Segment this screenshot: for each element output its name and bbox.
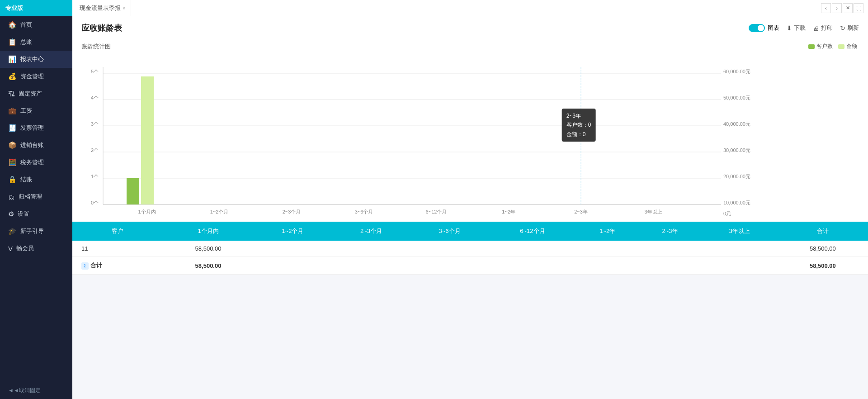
refresh-label: 刷新	[847, 24, 859, 32]
sidebar-label-tax: 税务管理	[20, 158, 44, 166]
table-row: 11 58,500.00 58,500.00	[72, 241, 868, 257]
legend-customer-color	[808, 44, 815, 49]
svg-text:20,000.00元: 20,000.00元	[723, 174, 750, 179]
tab-label-5: 现金流量表季报	[80, 4, 121, 12]
summary-icon: Σ	[81, 262, 89, 270]
svg-text:1~2个月: 1~2个月	[210, 209, 229, 214]
cell-m3-6	[410, 241, 489, 257]
data-table: 客户 1个月内 1~2个月 2~3个月 3~6个月 6~12个月 1~2年 2~…	[72, 222, 868, 275]
legend-amount-color	[838, 44, 844, 49]
tab-close-button[interactable]: ✕	[843, 3, 853, 13]
col-m2-3: 2~3个月	[332, 222, 410, 241]
tab-scroll-right-button[interactable]: ›	[832, 3, 842, 13]
sidebar-label-purchase: 进销台账	[20, 141, 44, 149]
print-button[interactable]: 🖨 打印	[813, 24, 833, 32]
chart-area: 账龄统计图 客户数 金额 5个 4个	[72, 38, 868, 222]
page-header: 应收账龄表 图表 ⬇ 下载 🖨 打印	[72, 16, 868, 38]
chart-legend: 客户数 金额	[808, 43, 857, 50]
cell-y3plus	[701, 241, 778, 257]
sidebar-item-guide[interactable]: 🎓新手引导	[0, 223, 72, 240]
tab-fullscreen-button[interactable]: ⛶	[854, 3, 863, 13]
chart-svg: 5个 4个 3个 2个 1个 0个 60,000.00元 50,000.00元 …	[81, 54, 859, 217]
svg-text:3个: 3个	[91, 121, 99, 127]
bar-m1-customers	[127, 178, 139, 204]
sidebar-item-fund[interactable]: 💰资金管理	[0, 68, 72, 85]
tab-close-5[interactable]: ×	[123, 5, 125, 11]
chart-toggle[interactable]: 图表	[749, 24, 779, 32]
print-icon: 🖨	[813, 24, 819, 32]
sidebar-label-guide: 新手引导	[20, 227, 44, 235]
chart-title: 账龄统计图	[81, 43, 859, 51]
svg-text:10,000.00元: 10,000.00元	[723, 200, 750, 205]
col-m1-2: 1~2个月	[254, 222, 332, 241]
sidebar-label-ledger: 总账	[20, 38, 32, 46]
sidebar-item-invoice[interactable]: 🧾发票管理	[0, 119, 72, 137]
sidebar: 专业版 🏠首页📋总账📊报表中心💰资金管理🏗固定资产💼工资🧾发票管理📦进销台账🧮税…	[0, 0, 72, 399]
refresh-icon: ↻	[840, 24, 845, 32]
toggle-track[interactable]	[749, 24, 765, 32]
svg-text:1个月内: 1个月内	[138, 209, 156, 214]
col-m1: 1个月内	[163, 222, 254, 241]
settings-icon: ⚙	[8, 210, 14, 218]
svg-text:30,000.00元: 30,000.00元	[723, 147, 750, 153]
download-button[interactable]: ⬇ 下载	[787, 24, 806, 32]
sidebar-item-archive[interactable]: 🗂归档管理	[0, 188, 72, 205]
sidebar-item-ledger[interactable]: 📋总账	[0, 33, 72, 51]
svg-text:60,000.00元: 60,000.00元	[723, 69, 750, 74]
summary-m1: 58,500.00	[163, 257, 254, 275]
page-title: 应收账龄表	[81, 23, 122, 33]
home-icon: 🏠	[8, 21, 17, 29]
sidebar-item-asset[interactable]: 🏗固定资产	[0, 85, 72, 102]
col-customer: 客户	[72, 222, 163, 241]
svg-text:2个: 2个	[91, 147, 99, 153]
asset-icon: 🏗	[8, 90, 15, 98]
invoice-icon: 🧾	[8, 124, 17, 132]
main-content: 首页新增凭证×利润表×利润表季报×现金流量表×现金流量表季报×应收统计表×应付统…	[72, 0, 868, 399]
summary-m6-12	[489, 257, 576, 275]
cell-m6-12	[489, 241, 576, 257]
unpin-sidebar-button[interactable]: ◄◄取消固定	[0, 382, 72, 399]
sidebar-item-closing[interactable]: 🔒结账	[0, 171, 72, 188]
legend-customer-label: 客户数	[816, 43, 833, 50]
vip-icon: V	[8, 245, 13, 252]
ledger-icon: 📋	[8, 38, 17, 46]
print-label: 打印	[821, 24, 833, 32]
download-icon: ⬇	[787, 24, 792, 32]
page-area: 应收账龄表 图表 ⬇ 下载 🖨 打印	[72, 16, 868, 399]
col-total: 合计	[778, 222, 868, 241]
sidebar-item-settings[interactable]: ⚙设置	[0, 205, 72, 223]
cell-m1: 58,500.00	[163, 241, 254, 257]
sidebar-item-tax[interactable]: 🧮税务管理	[0, 154, 72, 171]
tab-scroll-left-button[interactable]: ‹	[821, 3, 831, 13]
sidebar-label-settings: 设置	[18, 210, 29, 218]
guide-icon: 🎓	[8, 227, 17, 235]
summary-total: 58,500.00	[778, 257, 868, 275]
bar-m1-amount	[141, 76, 154, 204]
refresh-button[interactable]: ↻ 刷新	[840, 24, 859, 32]
svg-text:1个: 1个	[91, 174, 99, 179]
tab-5[interactable]: 现金流量表季报×	[74, 0, 131, 16]
tab-bar: 首页新增凭证×利润表×利润表季报×现金流量表×现金流量表季报×应收统计表×应付统…	[72, 0, 868, 16]
cell-m1-2	[254, 241, 332, 257]
app-logo: 专业版	[0, 0, 72, 16]
closing-icon: 🔒	[8, 176, 17, 184]
cell-total: 58,500.00	[778, 241, 868, 257]
sidebar-item-home[interactable]: 🏠首页	[0, 16, 72, 33]
summary-row: Σ合计 58,500.00 58,500.00	[72, 257, 868, 275]
chart-svg-container: 5个 4个 3个 2个 1个 0个 60,000.00元 50,000.00元 …	[81, 54, 859, 217]
report-icon: 📊	[8, 55, 17, 63]
cell-customer: 11	[72, 241, 163, 257]
svg-text:2~3个月: 2~3个月	[283, 209, 301, 214]
sidebar-label-vip: 畅会员	[16, 244, 34, 252]
download-label: 下载	[794, 24, 806, 32]
archive-icon: 🗂	[8, 193, 15, 201]
tax-icon: 🧮	[8, 158, 17, 166]
sidebar-item-salary[interactable]: 💼工资	[0, 102, 72, 119]
sidebar-item-purchase[interactable]: 📦进销台账	[0, 137, 72, 154]
cell-y1-2	[576, 241, 639, 257]
sidebar-item-vip[interactable]: V畅会员	[0, 240, 72, 257]
sidebar-label-archive: 归档管理	[19, 193, 42, 201]
col-y1-2: 1~2年	[576, 222, 639, 241]
summary-y1-2	[576, 257, 639, 275]
sidebar-item-report[interactable]: 📊报表中心	[0, 51, 72, 68]
